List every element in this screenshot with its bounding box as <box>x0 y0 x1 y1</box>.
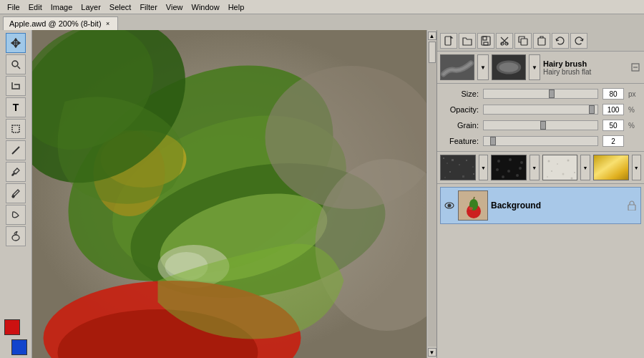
brush-section: ▼ ▼ Hairy brush Hairy brush flat <box>437 52 644 84</box>
copy-button[interactable] <box>514 33 532 49</box>
feature-value[interactable]: 2 <box>602 135 624 147</box>
menu-file[interactable]: File <box>3 2 24 12</box>
open-button[interactable] <box>459 33 476 49</box>
main-area: T <box>0 30 644 358</box>
svg-point-4 <box>12 195 14 198</box>
tabbar: Apple.awd @ 200% (8-bit) × <box>0 14 644 30</box>
svg-point-61 <box>547 176 548 178</box>
canvas-area[interactable] <box>32 30 426 358</box>
zoom-tool[interactable] <box>6 54 26 74</box>
opacity-value[interactable]: 100 <box>602 104 624 115</box>
cut-button[interactable] <box>496 33 513 49</box>
grain-unit: % <box>628 122 638 130</box>
save-button[interactable] <box>477 33 494 49</box>
texture-3[interactable] <box>542 155 578 180</box>
svg-point-47 <box>520 161 523 164</box>
grain-value[interactable]: 50 <box>602 120 624 131</box>
brush-variant-dropdown[interactable]: ▼ <box>529 54 540 80</box>
brush-minimize-button[interactable] <box>630 62 641 73</box>
grain-slider[interactable] <box>483 120 598 130</box>
menu-window[interactable]: Window <box>187 2 224 12</box>
paste-button[interactable] <box>533 33 550 49</box>
scroll-thumb[interactable] <box>429 42 436 63</box>
texture-4[interactable] <box>593 155 629 180</box>
svg-rect-28 <box>538 38 545 45</box>
rect-select-tool[interactable] <box>6 119 26 139</box>
opacity-slider-row: Opacity: 100 % <box>443 104 638 115</box>
undo-button[interactable] <box>552 33 569 49</box>
size-slider-row: Size: 80 px <box>443 88 638 100</box>
brush-name: Hairy brush <box>543 59 627 68</box>
layer-lock-icon <box>626 200 638 211</box>
svg-rect-41 <box>462 175 464 178</box>
redo-button[interactable] <box>570 33 587 49</box>
menu-layer[interactable]: Layer <box>77 2 105 12</box>
brush-stroke-preview[interactable] <box>440 54 474 80</box>
svg-point-54 <box>547 160 550 163</box>
document-tab[interactable]: Apple.awd @ 200% (8-bit) × <box>3 16 118 30</box>
texture-3-dropdown[interactable]: ▼ <box>580 155 590 180</box>
crop-tool[interactable] <box>6 76 26 96</box>
menubar: File Edit Image Layer Select Filter View… <box>0 0 644 14</box>
texture-2-dropdown[interactable]: ▼ <box>530 155 539 180</box>
menu-image[interactable]: Image <box>47 2 77 12</box>
scroll-down-button[interactable]: ▼ <box>428 348 436 357</box>
feature-thumb[interactable] <box>490 137 496 145</box>
opacity-slider[interactable] <box>483 105 598 115</box>
color-swatches <box>1 319 30 355</box>
texture-section: ▼ ▼ <box>437 152 644 184</box>
svg-point-58 <box>551 170 552 172</box>
layer-row[interactable]: Background <box>440 187 641 224</box>
svg-rect-63 <box>594 155 629 180</box>
smudge-tool[interactable] <box>6 205 26 225</box>
svg-point-70 <box>469 207 473 210</box>
text-tool[interactable]: T <box>6 97 26 117</box>
eyedropper-tool[interactable] <box>6 162 26 182</box>
size-value[interactable]: 80 <box>602 88 624 100</box>
brush-tool[interactable] <box>6 183 26 203</box>
scroll-up-button[interactable]: ▲ <box>428 32 436 40</box>
svg-point-5 <box>12 235 19 241</box>
svg-point-59 <box>562 173 564 175</box>
background-color-swatch[interactable] <box>11 339 27 355</box>
grain-label: Grain: <box>443 121 479 130</box>
svg-rect-2 <box>12 125 19 132</box>
size-slider[interactable] <box>483 89 598 99</box>
brush-variant-preview[interactable] <box>492 54 526 80</box>
grain-thumb[interactable] <box>540 121 546 130</box>
line-tool[interactable] <box>6 140 26 160</box>
opacity-unit: % <box>628 106 638 114</box>
burn-tool[interactable] <box>6 226 26 246</box>
foreground-color-swatch[interactable] <box>4 319 20 335</box>
svg-rect-36 <box>452 159 454 161</box>
menu-filter[interactable]: Filter <box>135 2 161 12</box>
menu-select[interactable]: Select <box>105 2 136 12</box>
tab-close-button[interactable]: × <box>104 20 112 27</box>
texture-2[interactable] <box>491 155 527 180</box>
menu-help[interactable]: Help <box>224 2 249 12</box>
size-unit: px <box>628 90 638 98</box>
vertical-scrollbar[interactable]: ▲ ▼ <box>426 30 436 358</box>
brush-info: Hairy brush Hairy brush flat <box>543 59 627 76</box>
svg-rect-34 <box>443 158 444 159</box>
brush-stroke-dropdown[interactable]: ▼ <box>477 54 489 80</box>
svg-line-69 <box>474 197 474 199</box>
texture-1-dropdown[interactable]: ▼ <box>479 155 488 180</box>
layer-visibility-toggle[interactable] <box>444 200 455 211</box>
feature-label: Feature: <box>443 137 479 145</box>
feature-slider-row: Feature: 2 <box>443 135 638 147</box>
scroll-track[interactable] <box>428 42 436 347</box>
texture-4-dropdown[interactable]: ▼ <box>632 155 641 180</box>
texture-1[interactable] <box>440 155 476 180</box>
feature-slider[interactable] <box>483 136 598 146</box>
menu-view[interactable]: View <box>162 2 187 12</box>
move-tool[interactable] <box>6 33 26 53</box>
right-panel: ▼ ▼ Hairy brush Hairy brush flat <box>436 30 644 358</box>
svg-point-51 <box>502 175 504 178</box>
svg-rect-40 <box>449 171 451 173</box>
size-thumb[interactable] <box>549 90 555 98</box>
new-doc-button[interactable] <box>440 33 457 49</box>
layer-name: Background <box>491 200 623 211</box>
menu-edit[interactable]: Edit <box>24 2 47 12</box>
opacity-thumb[interactable] <box>589 105 595 114</box>
